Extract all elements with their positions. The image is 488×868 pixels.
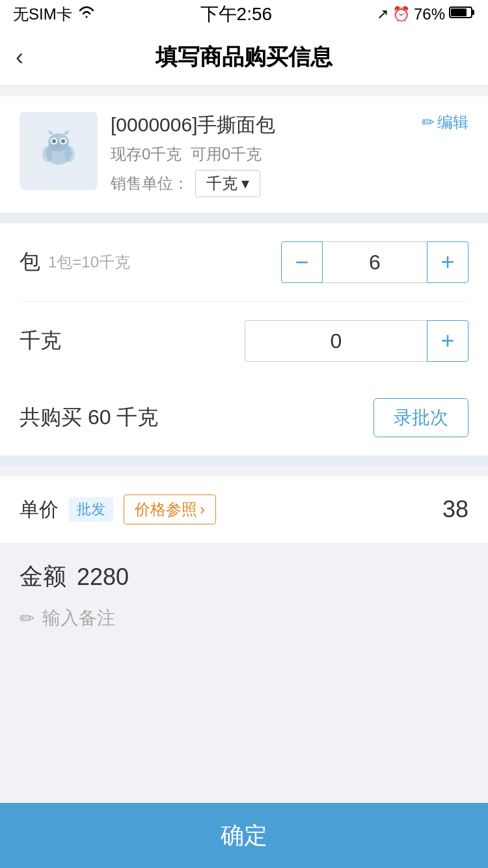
product-stock: 现存0千克 可用0千克 <box>111 144 468 165</box>
package-row: 包 1包=10千克 − + <box>20 223 468 302</box>
back-button[interactable]: ‹ <box>16 44 23 71</box>
pencil-icon: ✏ <box>20 608 34 629</box>
kg-quantity-control: + <box>245 320 468 362</box>
status-bar: 无SIM卡 下午2:56 ↗ ⏰ 76% <box>0 0 488 29</box>
summary-row: 共购买 60 千克 录批次 <box>0 380 488 455</box>
package-sub-label: 1包=10千克 <box>48 252 130 273</box>
remark-row[interactable]: ✏ 输入备注 <box>20 606 468 631</box>
summary-amount: 60 <box>88 405 111 429</box>
wifi-icon <box>77 5 96 23</box>
amount-label: 金额 <box>20 561 66 593</box>
svg-point-12 <box>42 146 53 162</box>
product-name: [0000006]手撕面包 <box>111 112 468 139</box>
package-label: 包 1包=10千克 <box>20 248 130 277</box>
svg-rect-2 <box>472 10 474 15</box>
section-divider-1 <box>0 213 488 223</box>
price-reference-button[interactable]: 价格参照 › <box>124 495 216 524</box>
svg-marker-11 <box>63 129 70 135</box>
package-increase-button[interactable]: + <box>427 241 468 283</box>
section-divider-2 <box>0 455 488 466</box>
svg-point-7 <box>52 139 56 143</box>
kg-label: 千克 <box>20 327 61 355</box>
alarm-icon: ⏰ <box>392 6 410 23</box>
price-value: 38 <box>442 496 468 523</box>
status-left: 无SIM卡 <box>13 4 96 25</box>
edit-button[interactable]: ✏ 编辑 <box>422 112 468 133</box>
package-quantity-control: − + <box>281 241 468 283</box>
amount-value: 2280 <box>77 563 129 591</box>
carrier-label: 无SIM卡 <box>13 4 72 25</box>
price-badge: 批发 <box>69 497 113 522</box>
package-quantity-input[interactable] <box>323 241 427 283</box>
chevron-down-icon: ▾ <box>241 174 249 193</box>
product-card: [0000006]手撕面包 现存0千克 可用0千克 销售单位： 千克 ▾ ✏ 编… <box>0 96 488 213</box>
unit-select[interactable]: 千克 ▾ <box>195 170 260 197</box>
status-right: ↗ ⏰ 76% <box>377 5 475 23</box>
price-row: 单价 批发 价格参照 › 38 <box>20 495 468 524</box>
summary-text: 共购买 60 千克 <box>20 403 158 432</box>
svg-rect-1 <box>451 8 467 16</box>
batch-button[interactable]: 录批次 <box>373 398 468 437</box>
page-title: 填写商品购买信息 <box>156 42 332 72</box>
package-decrease-button[interactable]: − <box>281 241 323 283</box>
battery-label: 76% <box>414 5 445 23</box>
location-icon: ↗ <box>377 6 388 23</box>
kg-row: 千克 + <box>20 302 468 380</box>
product-info: [0000006]手撕面包 现存0千克 可用0千克 销售单位： 千克 ▾ <box>111 112 468 197</box>
confirm-button[interactable]: 确定 <box>0 803 488 868</box>
svg-point-13 <box>64 146 75 162</box>
battery-icon <box>449 5 475 23</box>
product-image <box>20 112 98 190</box>
quantity-section: 包 1包=10千克 − + 千克 + <box>0 223 488 380</box>
edit-icon: ✏ <box>422 113 435 131</box>
nav-bar: ‹ 填写商品购买信息 <box>0 29 488 86</box>
svg-marker-10 <box>47 129 54 135</box>
price-label: 单价 <box>20 496 59 523</box>
chevron-right-icon: › <box>200 500 205 519</box>
product-thumbnail <box>36 128 81 174</box>
svg-point-8 <box>61 139 65 143</box>
status-time: 下午2:56 <box>200 2 273 27</box>
price-section: 单价 批发 价格参照 › 38 <box>0 476 488 543</box>
amount-row: 金额 2280 <box>20 561 468 593</box>
product-unit: 销售单位： 千克 ▾ <box>111 170 468 197</box>
kg-increase-button[interactable]: + <box>427 320 468 362</box>
remark-label: 输入备注 <box>42 606 115 631</box>
amount-section: 金额 2280 ✏ 输入备注 <box>0 543 488 641</box>
kg-quantity-input[interactable] <box>245 320 427 362</box>
